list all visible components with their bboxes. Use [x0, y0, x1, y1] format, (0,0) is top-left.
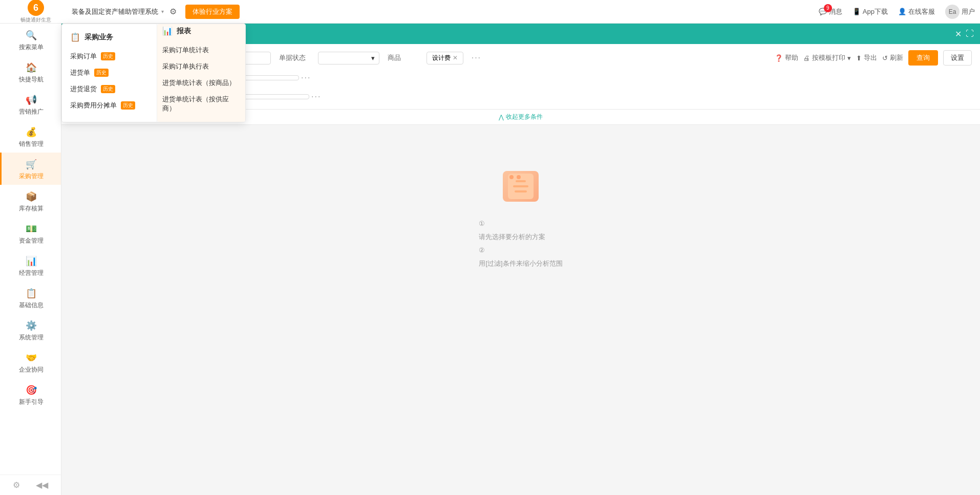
history-badge-3: 历史	[101, 85, 115, 93]
industry-btn[interactable]: 体验行业方案	[185, 5, 240, 19]
menu-item-report-4[interactable]: 进货单统计表（按供应商）	[162, 91, 241, 117]
sidebar-label-home: 快捷导航	[19, 75, 44, 84]
sidebar-label-sales: 销售管理	[19, 140, 44, 148]
export-label: 导出	[864, 53, 877, 62]
online-service-btn[interactable]: 👤 在线客服	[898, 7, 935, 16]
sidebar-label-operations: 经营管理	[19, 269, 44, 277]
menu-item-report-1[interactable]: 采购订单统计表	[162, 42, 241, 58]
brand-name: 畅捷通好生意	[20, 16, 51, 24]
goods-chip-value: 设计费	[432, 54, 451, 62]
sidebar-item-collab[interactable]: 🤝 企业协同	[0, 346, 61, 378]
dropdown-col-purchase: 📋 采购业务 采购订单 历史 进货单 历史 进货退货 历史 采购费用分摊单 历史	[62, 24, 157, 122]
app-download-btn[interactable]: 📱 App下载	[853, 7, 888, 16]
query-btn[interactable]: 查询	[908, 50, 938, 66]
menu-item-label-purchase-order: 采购订单	[70, 52, 97, 61]
empty-state: ① 请先选择要分析的方案 ② 用[过滤]条件来缩小分析范围	[61, 125, 980, 311]
system-title: 装备及固定资产辅助管理系统	[72, 7, 158, 16]
sidebar: 🔍 搜索菜单 🏠 快捷导航 📢 营销推广 💰 销售管理 🛒 采购管理 📦 库存核…	[0, 24, 61, 495]
dropdown-arrow-icon[interactable]: ▾	[161, 9, 164, 14]
guide-icon: 🎯	[26, 384, 37, 396]
goods-chip-close[interactable]: ✕	[453, 54, 458, 61]
purchase-col-header: 📋 采购业务	[70, 32, 148, 42]
menu-item-label-report-2: 采购订单执行表	[162, 62, 209, 71]
purchase-col-icon: 📋	[70, 32, 80, 42]
message-btn[interactable]: 💬 消息 9	[819, 7, 842, 16]
report-col-header: 📊 报表	[162, 26, 241, 36]
service-icon: 👤	[898, 8, 906, 15]
sidebar-label-basic-info: 基础信息	[19, 301, 44, 310]
sidebar-item-marketing[interactable]: 📢 营销推广	[0, 88, 61, 120]
menu-item-label-report-1: 采购订单统计表	[162, 46, 209, 55]
sidebar-label-collab: 企业协同	[19, 365, 44, 374]
toolbar-right: ❓ 帮助 🖨 按模板打印 ▾ ⬆ 导出 ↺	[775, 50, 972, 66]
export-icon: ⬆	[856, 54, 862, 62]
export-btn[interactable]: ⬆ 导出	[856, 53, 877, 62]
sidebar-item-operations[interactable]: 📊 经营管理	[0, 249, 61, 282]
system-title-area: 装备及固定资产辅助管理系统 ▾	[72, 7, 164, 16]
phone-icon: 📱	[853, 8, 861, 15]
sidebar-label-search: 搜索菜单	[19, 43, 44, 52]
collapse-icon: ⋀	[499, 114, 504, 121]
empty-hint-2: ② 用[过滤]条件来缩小分析范围	[479, 244, 562, 270]
history-badge-1: 历史	[101, 52, 115, 60]
sidebar-label-marketing: 营销推广	[19, 107, 44, 116]
print-btn[interactable]: 🖨 按模板打印 ▾	[803, 53, 851, 62]
refresh-btn[interactable]: ↺ 刷新	[882, 53, 903, 62]
help-btn[interactable]: ❓ 帮助	[775, 53, 798, 62]
menu-item-label-report-3: 进货单统计表（按商品）	[162, 78, 236, 88]
sidebar-item-finance[interactable]: 💵 资金管理	[0, 217, 61, 249]
sidebar-item-basic-info[interactable]: 📋 基础信息	[0, 282, 61, 314]
tabbar-close-icon[interactable]: ✕	[955, 29, 962, 39]
menu-item-purchase-return[interactable]: 进货退货 历史	[70, 81, 148, 97]
avatar: Ea	[945, 5, 960, 19]
menu-item-label-purchase-return: 进货退货	[70, 84, 97, 94]
sidebar-collapse-btn[interactable]: ◀◀	[36, 480, 48, 490]
topbar: 6 畅捷通好生意 装备及固定资产辅助管理系统 ▾ ⚙ 体验行业方案 💬 消息 9…	[0, 0, 980, 24]
sidebar-item-sales[interactable]: 💰 销售管理	[0, 120, 61, 153]
customer-more-btn[interactable]: ···	[311, 92, 321, 101]
bill-status-select[interactable]: ▾	[318, 52, 379, 64]
purchase-dropdown-menu: 📋 采购业务 采购订单 历史 进货单 历史 进货退货 历史 采购费用分摊单 历史	[61, 24, 246, 122]
menu-item-label-purchase-expense: 采购费用分摊单	[70, 101, 117, 110]
sidebar-item-home[interactable]: 🏠 快捷导航	[0, 56, 61, 88]
marketing-icon: 📢	[26, 94, 37, 105]
menu-item-purchase-receive[interactable]: 进货单 历史	[70, 64, 148, 81]
topbar-right: 💬 消息 9 📱 App下载 👤 在线客服 Ea 用户	[819, 5, 975, 19]
menu-item-purchase-expense[interactable]: 采购费用分摊单 历史	[70, 97, 148, 114]
menu-item-report-3[interactable]: 进货单统计表（按商品）	[162, 75, 241, 91]
tabbar-expand-icon[interactable]: ⛶	[966, 29, 974, 38]
help-label: 帮助	[785, 53, 798, 62]
dropdown-col-report: 📊 报表 采购订单统计表 采购订单执行表 进货单统计表（按商品） 进货单统计表（…	[157, 24, 246, 122]
sidebar-settings-btn[interactable]: ⚙	[13, 480, 20, 490]
menu-item-report-2[interactable]: 采购订单执行表	[162, 58, 241, 75]
basic-info-icon: 📋	[26, 288, 37, 299]
history-badge-2: 历史	[94, 69, 109, 77]
sidebar-item-inventory[interactable]: 📦 库存核算	[0, 185, 61, 217]
sidebar-label-guide: 新手引导	[19, 398, 44, 406]
settings-icon[interactable]: ⚙	[166, 5, 180, 19]
user-avatar-btn[interactable]: Ea 用户	[945, 5, 975, 19]
tabbar-actions: ✕ ⛶	[949, 24, 980, 44]
refresh-label: 刷新	[890, 53, 903, 62]
sidebar-item-purchase[interactable]: 🛒 采购管理	[0, 153, 61, 185]
settings-btn[interactable]: 设置	[943, 50, 972, 66]
sidebar-item-search[interactable]: 🔍 搜索菜单	[0, 24, 61, 56]
goods-more-btn[interactable]: ···	[472, 53, 481, 62]
staff-more-btn[interactable]: ···	[301, 73, 311, 82]
empty-text: ① 请先选择要分析的方案 ② 用[过滤]条件来缩小分析范围	[479, 217, 562, 270]
logo-icon: 6	[28, 0, 44, 16]
sidebar-bottom: ⚙ ◀◀	[0, 475, 61, 495]
operations-icon: 📊	[26, 255, 37, 267]
online-service-label: 在线客服	[908, 7, 935, 16]
inventory-icon: 📦	[26, 191, 37, 202]
system-icon: ⚙️	[26, 320, 37, 331]
print-icon: 🖨	[803, 54, 810, 62]
sidebar-item-system[interactable]: ⚙️ 系统管理	[0, 314, 61, 346]
menu-item-purchase-order[interactable]: 采购订单 历史	[70, 48, 148, 64]
report-col-icon: 📊	[162, 26, 173, 36]
sidebar-item-guide[interactable]: 🎯 新手引导	[0, 378, 61, 411]
sidebar-label-purchase: 采购管理	[19, 172, 44, 181]
home-icon: 🏠	[26, 62, 37, 73]
collab-icon: 🤝	[26, 352, 37, 363]
app-download-label: App下载	[863, 7, 888, 16]
